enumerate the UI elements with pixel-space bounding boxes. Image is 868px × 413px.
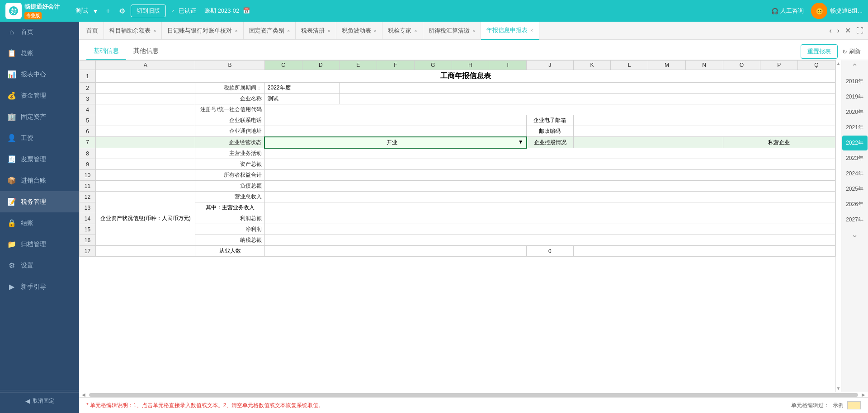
col-Q[interactable]: Q bbox=[798, 61, 835, 70]
scroll-right-btn[interactable]: ▶ bbox=[859, 392, 868, 397]
col-G[interactable]: G bbox=[414, 61, 452, 70]
col-C[interactable]: C bbox=[264, 61, 302, 70]
tab-income-tax[interactable]: 所得税汇算清缴× bbox=[423, 22, 481, 40]
r4c1[interactable] bbox=[96, 104, 195, 115]
tab-home[interactable]: 首页 bbox=[81, 22, 104, 40]
dropdown-arrow-btn[interactable]: ▾ bbox=[92, 5, 99, 17]
settings-btn[interactable]: ⚙ bbox=[117, 5, 127, 17]
title-cell[interactable]: 工商年报信息表 bbox=[96, 70, 835, 83]
col-E[interactable]: E bbox=[340, 61, 377, 70]
year-item-2026年[interactable]: 2026年 bbox=[842, 197, 868, 212]
tab-close-fixed-asset-type[interactable]: × bbox=[287, 28, 290, 33]
tab-close-annual-report[interactable]: × bbox=[530, 28, 533, 33]
year-up-btn[interactable]: ⌃ bbox=[841, 60, 868, 74]
r15-value[interactable] bbox=[264, 224, 835, 235]
col-M[interactable]: M bbox=[648, 61, 686, 70]
tab-next-btn[interactable]: › bbox=[835, 25, 842, 37]
r16-value[interactable] bbox=[264, 235, 835, 246]
year-item-2024年[interactable]: 2024年 bbox=[842, 166, 868, 181]
tab-bank-reconcile[interactable]: 日记账与银行对账单核对× bbox=[162, 22, 243, 40]
tab-prev-btn[interactable]: ‹ bbox=[826, 25, 834, 37]
r6c1[interactable] bbox=[96, 126, 195, 137]
r10c1[interactable] bbox=[96, 170, 195, 181]
year-item-2018年[interactable]: 2018年 bbox=[842, 74, 868, 89]
sidebar-item-tax[interactable]: 📝税务管理 bbox=[0, 191, 79, 212]
inner-tab-basic[interactable]: 基础信息 bbox=[86, 43, 126, 60]
reset-report-btn[interactable]: 重置报表 bbox=[801, 44, 838, 59]
tab-expand-btn[interactable]: ⛶ bbox=[854, 25, 866, 37]
r6-postal-value[interactable] bbox=[573, 126, 835, 137]
tab-tax-expert[interactable]: 税检专家× bbox=[382, 22, 423, 40]
year-item-2022年[interactable]: 2022年 bbox=[842, 136, 868, 150]
r8c1[interactable] bbox=[96, 148, 195, 159]
service-btn[interactable]: 🎧 人工咨询 bbox=[771, 7, 804, 15]
col-H[interactable]: H bbox=[452, 61, 489, 70]
refresh-btn[interactable]: ↻ 刷新 bbox=[842, 44, 861, 59]
r10-value[interactable] bbox=[264, 170, 835, 181]
scroll-thumb-h[interactable] bbox=[89, 393, 858, 397]
r5-phone-value[interactable] bbox=[264, 115, 526, 126]
sidebar-item-report[interactable]: 📊报表中心 bbox=[0, 64, 79, 85]
sidebar-item-fund[interactable]: 💰资金管理 bbox=[0, 85, 79, 106]
r12-value[interactable] bbox=[264, 192, 835, 202]
tab-aux-balance[interactable]: 科目辅助余额表× bbox=[104, 22, 162, 40]
r8-value[interactable] bbox=[264, 148, 835, 159]
tab-tax-fluctuation[interactable]: 税负波动表× bbox=[336, 22, 382, 40]
sidebar-item-home[interactable]: ⌂首页 bbox=[0, 22, 79, 42]
r17-value1[interactable] bbox=[264, 246, 526, 257]
vertical-scrollbar[interactable]: ▲ ▼ bbox=[835, 60, 841, 392]
r13-value[interactable] bbox=[264, 202, 835, 213]
calendar-icon[interactable]: 📅 bbox=[243, 7, 250, 14]
col-P[interactable]: P bbox=[760, 61, 798, 70]
col-A[interactable]: A bbox=[96, 61, 195, 70]
year-item-2025年[interactable]: 2025年 bbox=[842, 182, 868, 197]
col-L[interactable]: L bbox=[611, 61, 648, 70]
sidebar-item-ledger[interactable]: 📋总账 bbox=[0, 42, 79, 64]
col-B[interactable]: B bbox=[195, 61, 264, 70]
year-down-btn[interactable]: ⌄ bbox=[841, 228, 868, 241]
r2c1[interactable] bbox=[96, 83, 195, 94]
add-tab-btn[interactable]: ＋ bbox=[103, 5, 113, 18]
year-item-2021年[interactable]: 2021年 bbox=[842, 120, 868, 135]
r2c3-value[interactable]: 2022年度 bbox=[264, 83, 340, 94]
col-K[interactable]: K bbox=[573, 61, 611, 70]
r9-value[interactable] bbox=[264, 159, 835, 170]
sheet-scroll-area[interactable]: A B C D E F G H I J bbox=[79, 60, 835, 392]
sidebar-item-archive[interactable]: 📁归档管理 bbox=[0, 234, 79, 255]
col-D[interactable]: D bbox=[302, 61, 340, 70]
tab-close-tax-expert[interactable]: × bbox=[414, 28, 417, 33]
sidebar-item-settings[interactable]: ⚙设置 bbox=[0, 255, 79, 276]
r4-rest[interactable] bbox=[264, 104, 835, 115]
tab-close-tax-return[interactable]: × bbox=[327, 28, 330, 33]
tab-tax-return[interactable]: 税表清册× bbox=[296, 22, 336, 40]
sidebar-item-inventory[interactable]: 📦进销台账 bbox=[0, 170, 79, 191]
r3c1[interactable] bbox=[96, 94, 195, 104]
r17-rest[interactable] bbox=[573, 246, 835, 257]
col-N[interactable]: N bbox=[685, 61, 723, 70]
r17-count[interactable]: 0 bbox=[527, 246, 573, 257]
r6-addr-value[interactable] bbox=[264, 126, 526, 137]
tab-close-bank-reconcile[interactable]: × bbox=[235, 28, 237, 33]
col-J[interactable]: J bbox=[527, 61, 573, 70]
year-item-2019年[interactable]: 2019年 bbox=[842, 89, 868, 104]
r3c3-value[interactable]: 测试 bbox=[264, 94, 340, 104]
sidebar-item-guide[interactable]: ▶新手引导 bbox=[0, 276, 79, 297]
scroll-left-btn[interactable]: ◀ bbox=[79, 392, 88, 397]
unfix-btn[interactable]: ◀ 取消固定 bbox=[0, 392, 79, 409]
sidebar-item-invoice[interactable]: 🧾发票管理 bbox=[0, 149, 79, 170]
r14-value[interactable] bbox=[264, 213, 835, 224]
r11-value[interactable] bbox=[264, 181, 835, 192]
sidebar-item-asset[interactable]: 🏢固定资产 bbox=[0, 106, 79, 127]
switch-version-btn[interactable]: 切到旧版 bbox=[131, 5, 166, 17]
r7-holding-value[interactable] bbox=[573, 137, 723, 148]
tab-close-tax-fluctuation[interactable]: × bbox=[374, 28, 377, 33]
r9c1[interactable] bbox=[96, 159, 195, 170]
r11c1[interactable] bbox=[96, 181, 195, 192]
horizontal-scrollbar[interactable]: ◀ ▶ bbox=[79, 392, 868, 397]
tab-close-aux-balance[interactable]: × bbox=[153, 28, 156, 33]
tab-annual-report[interactable]: 年报信息申报表× bbox=[481, 22, 539, 40]
r17c1[interactable] bbox=[96, 246, 195, 257]
r5-email-value[interactable] bbox=[573, 115, 835, 126]
r5c1[interactable] bbox=[96, 115, 195, 126]
year-item-2027年[interactable]: 2027年 bbox=[842, 212, 868, 227]
